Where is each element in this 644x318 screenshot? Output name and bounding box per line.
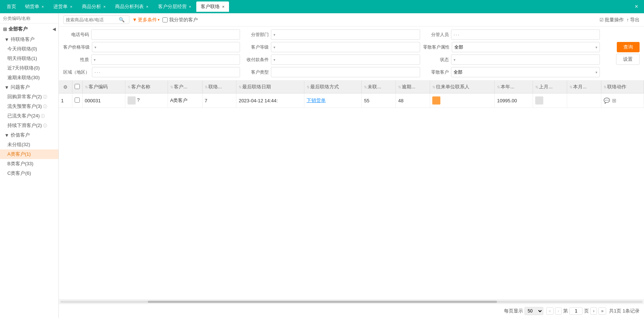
filter-select-3-2[interactable]: 全部▾ <box>451 67 600 77</box>
col-header-8[interactable]: ⇅未联... <box>362 81 396 93</box>
more-filters-button[interactable]: ▼ 更多条件 ▾ <box>132 17 160 23</box>
table-cell-0-11: 10995.00 <box>495 93 533 108</box>
group-arrow-1: ▼ <box>4 85 9 90</box>
sidebar-item-1-3[interactable]: 持续下滑客户(2) ⓘ <box>0 121 58 130</box>
col-header-4[interactable]: ⇅客户... <box>168 81 202 93</box>
col-header-2[interactable]: ⇅客户编码 <box>82 81 125 93</box>
sidebar-item-1-1[interactable]: 流失预警客户(3) ⓘ <box>0 102 58 111</box>
filter-select-2-0[interactable]: ▾ <box>91 54 240 65</box>
search-box[interactable]: 🔍 <box>63 15 129 24</box>
page-number-input[interactable] <box>569 307 583 315</box>
table-cell-0-1[interactable] <box>72 93 82 108</box>
export-icon: ↑ <box>627 17 629 22</box>
close-tab-goods-analysis[interactable]: × <box>103 4 105 9</box>
close-all-button[interactable]: × <box>632 3 641 10</box>
col-header-0[interactable]: ⚙ <box>59 81 72 93</box>
contact-method-link-0[interactable]: 下销货单 <box>307 98 326 103</box>
first-page-button[interactable]: « <box>546 307 554 315</box>
sidebar-item-1-0[interactable]: 回购异常客户(2) ⓘ <box>0 92 58 102</box>
sidebar-item-label-0-1: 明天待联络(1) <box>7 56 37 61</box>
all-customers-header[interactable]: ⊞ 全部客户 ◀ <box>0 24 58 35</box>
nav-tab-customer-contact[interactable]: 客户联络× <box>196 1 229 12</box>
filter-select-1-2[interactable]: 全部▾ <box>452 42 600 52</box>
sidebar-item-0-2[interactable]: 近7天待联络(0) <box>0 63 58 73</box>
sidebar-group-0[interactable]: ▼待联络客户 <box>0 35 58 44</box>
group-label-text-2: 价值客户 <box>11 132 30 138</box>
filter-label-1-1: 客户等级 <box>243 44 269 50</box>
sidebar-item-label-1-1: 流失预警客户(3) <box>7 103 42 109</box>
sidebar-item-2-3[interactable]: C类客户(6) <box>0 169 58 178</box>
sidebar-group-2[interactable]: ▼价值客户 <box>0 130 58 140</box>
select-all-checkbox[interactable] <box>75 84 80 89</box>
filter-dots-3-0[interactable]: ··· <box>92 67 240 77</box>
col-header-10[interactable]: ⇅往来单位联系人 <box>430 81 495 93</box>
table-cell-0-7[interactable]: 下销货单 <box>304 93 362 108</box>
col-header-7[interactable]: ⇅最后联络方式 <box>304 81 362 93</box>
scrollbar-thumb[interactable] <box>148 301 497 303</box>
last-page-button[interactable]: » <box>598 307 606 315</box>
sidebar-item-2-0[interactable]: 未分组(32) <box>0 140 58 149</box>
my-customers-check[interactable] <box>162 17 168 22</box>
close-tab-goods-list[interactable]: × <box>146 4 148 9</box>
nav-tab-home[interactable]: 首页 <box>3 1 20 12</box>
filter-dots-0-2[interactable]: ··· <box>451 29 600 40</box>
col-header-5[interactable]: ⇅联络... <box>202 81 236 93</box>
filter-select-2-2[interactable]: ▾ <box>451 54 600 65</box>
sidebar-item-1-2[interactable]: 已流失客户(24) ⓘ <box>0 111 58 121</box>
next-page-button[interactable]: › <box>590 307 597 315</box>
col-header-3[interactable]: ⇅客户名称 <box>125 81 168 93</box>
filter-select-2-1[interactable]: ▾ <box>271 54 420 65</box>
my-customers-checkbox[interactable]: 我分管的客户 <box>162 17 198 23</box>
sidebar-item-0-1[interactable]: 明天待联络(1) <box>0 54 58 63</box>
col-header-13[interactable]: ⇅本月... <box>567 81 601 93</box>
sidebar-item-0-0[interactable]: 今天待联络(0) <box>0 44 58 54</box>
table-cell-0-14[interactable]: 💬 ⊞ <box>601 93 644 108</box>
close-tab-sales[interactable]: × <box>42 4 44 9</box>
col-header-9[interactable]: ⇅逾期... <box>396 81 430 93</box>
col-header-6[interactable]: ⇅最后联络日期 <box>236 81 304 93</box>
col-header-11[interactable]: ⇅本年... <box>495 81 533 93</box>
sidebar-item-0-3[interactable]: 逾期未联络(30) <box>0 73 58 82</box>
prev-page-button[interactable]: ‹ <box>555 307 562 315</box>
col-label-9: 逾期... <box>402 84 415 89</box>
search-input[interactable] <box>66 17 117 22</box>
filter-bar: 🔍 ▼ 更多条件 ▾ 我分管的客户 ☑ 批量操作 ↑ 导出 <box>59 13 644 26</box>
close-tab-customer-contact[interactable]: × <box>222 4 224 9</box>
qr-icon-0[interactable]: ⊞ <box>612 98 616 103</box>
close-tab-purchase[interactable]: × <box>70 4 72 9</box>
page-size-dropdown[interactable]: 50 100 200 <box>525 307 543 315</box>
col-header-1[interactable] <box>72 81 82 93</box>
col-sort-5: ⇅ <box>205 85 208 89</box>
sidebar-search-input[interactable] <box>3 16 58 21</box>
filter-input-0-0[interactable] <box>91 29 240 40</box>
col-header-12[interactable]: ⇅上月... <box>533 81 567 93</box>
col-header-14[interactable]: ⇅联络动作 <box>601 81 644 93</box>
nav-tab-purchase[interactable]: 进货单× <box>49 1 76 12</box>
export-button[interactable]: ↑ 导出 <box>627 17 640 23</box>
filter-select-1-1[interactable]: ▾ <box>271 42 420 52</box>
nav-tab-goods-analysis[interactable]: 商品分析× <box>78 1 110 12</box>
close-tab-customer-layer[interactable]: × <box>189 4 191 9</box>
chat-icon-0[interactable]: 💬 <box>604 98 610 103</box>
row-checkbox-0[interactable] <box>75 98 80 103</box>
filter-select-0-1[interactable]: ▾ <box>271 29 420 40</box>
settings-button[interactable]: 设置 <box>616 54 640 65</box>
gear-icon[interactable]: ⚙ <box>63 84 68 90</box>
sidebar-group-1[interactable]: ▼问题客户 <box>0 82 58 92</box>
nav-tab-sales[interactable]: 销货单× <box>21 1 48 12</box>
nav-tab-goods-list[interactable]: 商品分析列表× <box>111 1 153 12</box>
data-table: ⚙⇅客户编码⇅客户名称⇅客户...⇅联络...⇅最后联络日期⇅最后联络方式⇅未联… <box>59 81 644 108</box>
horizontal-scrollbar[interactable] <box>59 299 644 304</box>
col-sort-11: ⇅ <box>497 85 500 89</box>
query-button[interactable]: 查询 <box>617 42 640 52</box>
filter-select-1-0[interactable]: ▾ <box>92 42 240 52</box>
table-head: ⚙⇅客户编码⇅客户名称⇅客户...⇅联络...⇅最后联络日期⇅最后联络方式⇅未联… <box>59 81 644 93</box>
search-icon[interactable]: 🔍 <box>119 17 125 22</box>
sidebar-item-2-1[interactable]: A类客户(1) <box>0 149 58 159</box>
chevron-down-icon: ▾ <box>158 18 160 22</box>
sidebar-item-2-2[interactable]: B类客户(33) <box>0 159 58 169</box>
nav-tab-customer-layer[interactable]: 客户分层经营× <box>154 1 196 12</box>
sidebar-item-label-2-2: B类客户(33) <box>7 161 33 166</box>
filter-input-3-1[interactable] <box>271 67 420 77</box>
batch-op-button[interactable]: ☑ 批量操作 <box>600 17 624 23</box>
